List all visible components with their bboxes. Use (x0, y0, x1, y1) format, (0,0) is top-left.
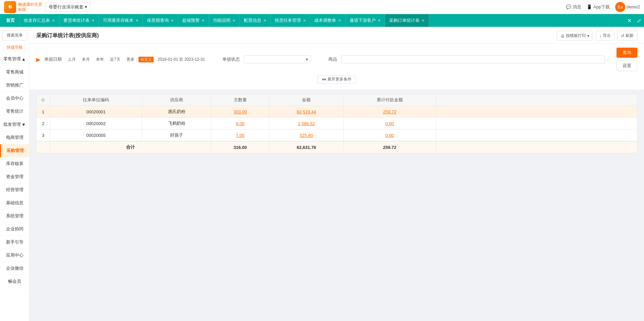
sidebar-item-inventory-mgmt[interactable]: 库存核算 (0, 157, 29, 170)
sidebar-item-enterprise-wechat[interactable]: 企业微信 (0, 262, 29, 275)
tab-cost[interactable]: 成本调整单 ✕ (310, 14, 345, 27)
app-download-button[interactable]: 📱 App下载 (587, 4, 610, 10)
tab-inventory-close[interactable]: ✕ (136, 18, 139, 23)
sidebar-item-wholesale-mgmt[interactable]: 批发管理 ▼ (0, 118, 29, 131)
col-settings[interactable]: ⚙ (37, 94, 50, 106)
tab-invite-close[interactable]: ✕ (378, 18, 381, 23)
sidebar-item-vip-member[interactable]: 畅会员 (0, 275, 29, 288)
setting-button[interactable]: 设置 (616, 60, 637, 71)
tab-manual-close[interactable]: ✕ (232, 18, 235, 23)
workspace-selector[interactable]: 母婴行业演示账套 ▾ (46, 2, 90, 12)
row-paid[interactable]: 0.00 (343, 129, 436, 142)
table-area: ⚙ 往来单位编码 供应商 主数量 金额 累计付款金额 1 00020001 (30, 90, 644, 321)
date-opt-last-month[interactable]: 上月 (66, 56, 78, 63)
settings-icon[interactable]: ⚙ (41, 97, 45, 103)
tab-receive-close[interactable]: ✕ (52, 18, 55, 23)
product-filter-input[interactable] (341, 55, 605, 63)
tab-invite-label: 邀请下游客户 (350, 17, 376, 23)
expand-more-button[interactable]: ▾▾ 展开更多条件 (318, 75, 356, 84)
top-bar: 畅 畅捷通好生意 标版 母婴行业演示账套 ▾ 💬 消息 📱 App下载 Ea d… (0, 0, 644, 14)
sidebar-item-enterprise-collab[interactable]: 企业协同 (0, 223, 29, 236)
tab-expiry[interactable]: 保质期查询 ✕ (143, 14, 178, 27)
tab-inventory[interactable]: 可用量库存账本 ✕ (99, 14, 143, 27)
operation-mgmt-label: 经营管理 (6, 187, 23, 192)
col-empty (436, 94, 637, 106)
row-paid[interactable]: 259.72 (343, 106, 436, 118)
sidebar-item-finance-mgmt[interactable]: 资金管理 (0, 170, 29, 183)
sidebar-item-app-center[interactable]: 应用中心 (0, 249, 29, 262)
row-paid[interactable]: 0.00 (343, 118, 436, 129)
message-label: 消息 (573, 4, 581, 10)
sidebar-item-marketing[interactable]: 营销推广 (0, 79, 29, 92)
nav-close-btn[interactable]: ✕ (626, 17, 633, 24)
tab-receive[interactable]: 收发存汇总表 ✕ (20, 14, 59, 27)
wholesale-mgmt-label: 批发管理 (3, 121, 21, 127)
refresh-button[interactable]: ↺ 刷新 (617, 31, 637, 41)
date-opt-7days[interactable]: 近7天 (108, 56, 122, 63)
filter-area: ▶ 单据日期 上月 本月 本年 近7天 更多 自定义 2016-01-01 至 … (30, 44, 644, 90)
logo-line1: 畅捷通好生意 (18, 2, 42, 7)
chevron-down-icon: ▼ (21, 122, 26, 127)
tab-config[interactable]: 配置信息 ✕ (240, 14, 271, 27)
status-select[interactable]: ▾ (244, 55, 311, 63)
sidebar-item-retail-mgmt[interactable]: 零售管理 ▲ (0, 53, 29, 66)
tab-purchase-stat[interactable]: 采购订单统计表 ✕ (385, 14, 429, 27)
query-button[interactable]: 查询 (616, 48, 637, 58)
print-button[interactable]: 🖨 按模板打印 ▾ (557, 31, 593, 41)
nav-expand-btn[interactable]: ⤢ (636, 17, 643, 24)
sidebar-item-new-guide[interactable]: 新手引导 (0, 236, 29, 249)
row-qty[interactable]: 6.00 (211, 118, 269, 129)
sidebar-item-retail-stat[interactable]: 零售统计 (0, 105, 29, 118)
tab-overstock[interactable]: 超储预警 ✕ (178, 14, 209, 27)
tab-home[interactable]: 首页 (1, 14, 20, 27)
sidebar-item-retail-shop[interactable]: 零售商城 (0, 66, 29, 79)
tab-invite[interactable]: 邀请下游客户 ✕ (345, 14, 385, 27)
date-range-text: 2016-01-01 至 2023-12-31 (158, 57, 205, 62)
tab-config-close[interactable]: ✕ (263, 18, 266, 23)
product-more-icon[interactable]: ··· (606, 57, 610, 62)
search-button[interactable]: 搜索英单 (2, 30, 27, 41)
refresh-label: 刷新 (626, 33, 634, 39)
date-custom-badge[interactable]: 自定义 (139, 57, 154, 62)
date-opt-this-month[interactable]: 本月 (80, 56, 92, 63)
enterprise-wechat-label: 企业微信 (6, 266, 23, 271)
sidebar-item-basic-info[interactable]: 基础信息 (0, 197, 29, 210)
date-opt-more[interactable]: 更多 (124, 56, 137, 63)
logo-icon: 畅 (4, 1, 16, 13)
tab-manual[interactable]: 功能说明 ✕ (209, 14, 240, 27)
tab-cost-close[interactable]: ✕ (338, 18, 341, 23)
col-code: 往来单位编码 (50, 94, 142, 106)
table-row[interactable]: 3 00020005 好孩子 7.00 525.80 0.00 (37, 129, 637, 142)
sidebar-item-system-mgmt[interactable]: 系统管理 (0, 210, 29, 223)
date-opt-this-year[interactable]: 本年 (94, 56, 106, 63)
filter-toggle-arrow[interactable]: ▶ (36, 56, 40, 63)
tab-purchase-stat-close[interactable]: ✕ (422, 18, 425, 23)
row-qty[interactable]: 7.00 (211, 129, 269, 142)
sidebar-item-operation-mgmt[interactable]: 经营管理 (0, 183, 29, 197)
table-row[interactable]: 2 00020002 飞鹤奶粉 6.00 1,586.52 0.00 (37, 118, 637, 129)
tab-requisition-close[interactable]: ✕ (92, 18, 95, 23)
tab-requisition[interactable]: 要货单统计表 ✕ (59, 14, 99, 27)
export-button[interactable]: ↓ 导出 (596, 31, 614, 41)
quick-nav-link[interactable]: 快捷导航 (2, 45, 27, 50)
retail-mgmt-label: 零售管理 (3, 56, 21, 62)
tab-picking-close[interactable]: ✕ (303, 18, 306, 23)
sidebar-item-ecommerce[interactable]: 电商管理 (0, 131, 29, 144)
row-amount[interactable]: 525.80 (269, 129, 343, 142)
message-button[interactable]: 💬 消息 (566, 4, 581, 10)
tab-expiry-close[interactable]: ✕ (171, 18, 174, 23)
row-amount[interactable]: 60,519.44 (269, 106, 343, 118)
row-qty[interactable]: 303.00 (211, 106, 269, 118)
table-footer-row: 合计 316.00 62,631.76 259.72 (37, 141, 637, 153)
top-bar-right: 💬 消息 📱 App下载 Ea demo2 (566, 2, 640, 12)
sidebar-item-purchase-mgmt[interactable]: 采购管理 (0, 144, 29, 157)
col-amount: 金额 (269, 94, 343, 106)
expand-label: 展开更多条件 (327, 76, 352, 82)
footer-empty (37, 141, 50, 153)
table-row[interactable]: 1 00020001 惠氏奶粉 303.00 60,519.44 259.72 (37, 106, 637, 118)
tab-picking[interactable]: 拣货任务管理 ✕ (271, 14, 310, 27)
row-amount[interactable]: 1,586.52 (269, 118, 343, 129)
tab-overstock-close[interactable]: ✕ (202, 18, 205, 23)
user-menu[interactable]: Ea demo2 (615, 2, 640, 12)
sidebar-item-member[interactable]: 会员中心 (0, 92, 29, 105)
